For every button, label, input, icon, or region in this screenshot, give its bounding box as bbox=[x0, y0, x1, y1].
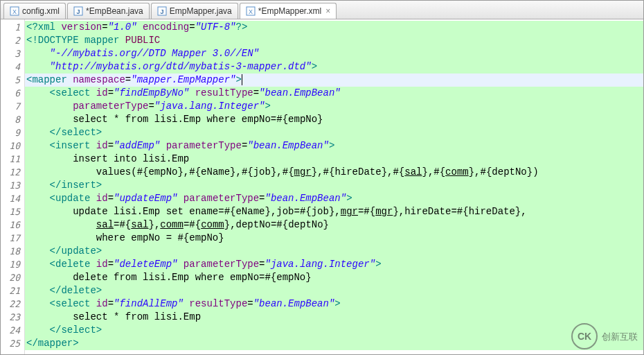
code-token: { bbox=[305, 206, 311, 217]
code-line[interactable]: <delete id="deleteEmp" parameterType="ja… bbox=[25, 258, 643, 271]
code-token: parameterType bbox=[73, 101, 148, 112]
editor-tab[interactable]: Xconfig.xml bbox=[3, 3, 66, 19]
code-line[interactable]: select * from lisi.Emp bbox=[25, 311, 643, 324]
code-token: parameterType bbox=[177, 259, 259, 270]
code-token: "bean.EmpBean" bbox=[265, 193, 347, 204]
code-token: ,# bbox=[276, 166, 288, 178]
line-number: 17 bbox=[1, 232, 24, 245]
code-line[interactable]: </mapper> bbox=[25, 337, 643, 350]
code-token: } bbox=[515, 206, 521, 217]
code-token bbox=[26, 219, 96, 230]
code-token: = bbox=[125, 74, 131, 85]
code-line[interactable]: <insert id="addEmp" parameterType="bean.… bbox=[25, 139, 643, 153]
watermark-logo: CK bbox=[571, 323, 598, 349]
code-line[interactable]: delete from lisi.Emp where empNo=#{empNo… bbox=[25, 271, 643, 284]
code-token: </select> bbox=[50, 127, 102, 138]
code-token: id bbox=[96, 140, 108, 151]
code-token: = bbox=[253, 87, 259, 98]
code-token: "addEmp" bbox=[114, 140, 160, 151]
code-line[interactable]: parameterType="java.lang.Integer"> bbox=[25, 100, 643, 113]
code-token: comm bbox=[201, 219, 224, 230]
code-line[interactable]: <?xml version="1.0" encoding="UTF-8"?> bbox=[25, 21, 643, 34]
code-token: mgr bbox=[294, 166, 312, 178]
code-area[interactable]: <?xml version="1.0" encoding="UTF-8"?><!… bbox=[25, 19, 643, 355]
code-line[interactable]: </update> bbox=[25, 245, 643, 258]
line-number: 5 bbox=[1, 73, 24, 87]
close-icon[interactable]: × bbox=[325, 6, 330, 16]
code-token bbox=[26, 61, 50, 72]
code-token: = bbox=[148, 101, 154, 112]
code-token: resultType bbox=[184, 298, 247, 309]
code-token: { bbox=[440, 166, 445, 178]
code-token: empNo bbox=[189, 232, 218, 243]
code-token: ,job=# bbox=[271, 206, 305, 217]
editor-tab[interactable]: J*EmpBean.java bbox=[67, 3, 150, 19]
watermark-text: 创新互联 bbox=[602, 331, 638, 342]
tab-bar: Xconfig.xmlJ*EmpBean.javaJEmpMapper.java… bbox=[1, 1, 643, 19]
code-token bbox=[26, 298, 50, 309]
code-token: "1.0" bbox=[108, 21, 137, 33]
code-token: delete from lisi.Emp where empNo=# bbox=[26, 272, 271, 283]
code-token: "UTF-8" bbox=[195, 21, 236, 33]
code-token: } bbox=[265, 206, 270, 217]
code-token: =# bbox=[358, 206, 370, 217]
code-line[interactable]: </select> bbox=[25, 324, 643, 337]
code-token: ,# bbox=[387, 166, 399, 178]
editor-tab[interactable]: JEmpMapper.java bbox=[151, 3, 238, 19]
code-token: encoding bbox=[137, 21, 190, 33]
code-token bbox=[26, 101, 73, 112]
code-token: } bbox=[469, 166, 474, 178]
code-token: <? bbox=[26, 21, 38, 33]
code-token: insert into lisi.Emp bbox=[26, 153, 189, 164]
code-token: ,# bbox=[428, 166, 440, 178]
editor-tab[interactable]: X*EmpMapper.xml× bbox=[240, 3, 337, 19]
code-token: select * from lisi.Emp bbox=[26, 311, 201, 322]
code-token bbox=[26, 245, 50, 257]
code-token bbox=[26, 87, 50, 98]
code-token: resultType bbox=[189, 87, 253, 98]
code-token: deptNo bbox=[492, 166, 526, 178]
code-line[interactable]: <mapper namespace="mapper.EmpMapper"> bbox=[25, 73, 643, 87]
code-token: } bbox=[312, 166, 317, 178]
code-line[interactable]: where empNo = #{empNo} bbox=[25, 232, 643, 245]
code-line[interactable]: <!DOCTYPE mapper PUBLIC bbox=[25, 34, 643, 47]
code-token: } bbox=[305, 272, 311, 283]
line-number: 20 bbox=[1, 271, 24, 284]
line-number: 1 bbox=[1, 21, 24, 34]
code-token: > bbox=[312, 61, 317, 72]
code-line[interactable]: update lisi.Emp set ename=#{eName},job=#… bbox=[25, 205, 643, 218]
code-line[interactable]: "-//mybatis.org//DTD Mapper 3.0//EN" bbox=[25, 47, 643, 60]
editor-window: Xconfig.xmlJ*EmpBean.javaJEmpMapper.java… bbox=[0, 0, 644, 355]
code-line[interactable]: values(#{empNo},#{eName},#{job},#{mgr},#… bbox=[25, 166, 643, 179]
code-line[interactable]: insert into lisi.Emp bbox=[25, 153, 643, 166]
code-line[interactable]: select * from lisi.Emp where empNo=#{emp… bbox=[25, 113, 643, 126]
code-token: { bbox=[399, 166, 404, 178]
code-token: = bbox=[108, 140, 114, 151]
code-line[interactable]: "http://mybatis.org/dtd/mybatis-3-mapper… bbox=[25, 60, 643, 73]
code-token: > bbox=[334, 298, 340, 309]
code-line[interactable]: </insert> bbox=[25, 179, 643, 192]
code-token: { bbox=[184, 232, 189, 243]
code-token: id bbox=[96, 193, 108, 204]
code-token: , bbox=[334, 206, 340, 217]
code-line[interactable]: <select id="findAllEmp" resultType="bean… bbox=[25, 297, 643, 311]
code-line[interactable]: sal=#{sal},comm=#{comm},deptNo=#{deptNo} bbox=[25, 218, 643, 232]
xml-file-icon: X bbox=[10, 6, 19, 16]
code-line[interactable]: <update id="updateEmp" parameterType="be… bbox=[25, 192, 643, 205]
code-token: } bbox=[218, 232, 224, 243]
code-line[interactable]: <select id="findEmpByNo" resultType="bea… bbox=[25, 87, 643, 100]
code-token bbox=[26, 324, 50, 336]
code-token: { bbox=[370, 206, 375, 217]
code-token: = bbox=[108, 298, 114, 309]
editor-area: 1234567891011121314151617181920212223242… bbox=[1, 19, 643, 355]
code-token: "java.lang.Integer" bbox=[154, 101, 265, 112]
svg-text:J: J bbox=[77, 8, 80, 15]
code-token: deptNo bbox=[288, 219, 323, 230]
line-number: 8 bbox=[1, 113, 24, 126]
code-token: } bbox=[224, 219, 230, 230]
code-token: sal bbox=[96, 219, 114, 230]
line-number: 9 bbox=[1, 126, 24, 139]
code-line[interactable]: </delete> bbox=[25, 284, 643, 297]
code-line[interactable]: </select> bbox=[25, 126, 643, 139]
svg-text:X: X bbox=[249, 8, 253, 15]
